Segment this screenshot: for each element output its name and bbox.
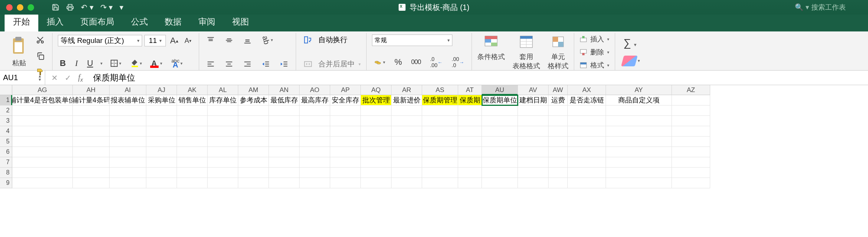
- cell-AM3[interactable]: [238, 116, 269, 126]
- cell-AY9[interactable]: [606, 178, 672, 188]
- row-header-8[interactable]: 8: [0, 168, 12, 178]
- cell-AX2[interactable]: [568, 105, 606, 116]
- cell-AO3[interactable]: [300, 116, 330, 126]
- font-size-dropdown[interactable]: 11▾: [144, 35, 166, 46]
- cell-AY2[interactable]: [606, 105, 672, 116]
- cell-AW6[interactable]: [549, 147, 568, 157]
- column-header-AO[interactable]: AO: [300, 85, 330, 95]
- cell-AK7[interactable]: [177, 157, 208, 168]
- cell-AU9[interactable]: [482, 178, 518, 188]
- cut-button[interactable]: [34, 35, 47, 45]
- cell-AT5[interactable]: [458, 137, 482, 147]
- cell-AR5[interactable]: [391, 137, 422, 147]
- cell-AV7[interactable]: [518, 157, 549, 168]
- cell-AO5[interactable]: [300, 137, 330, 147]
- cell-AU3[interactable]: [482, 116, 518, 126]
- cell-AI4[interactable]: [110, 126, 146, 137]
- cell-AM7[interactable]: [238, 157, 269, 168]
- cell-AS7[interactable]: [422, 157, 458, 168]
- cell-AI7[interactable]: [110, 157, 146, 168]
- cell-AV6[interactable]: [518, 147, 549, 157]
- formula-input[interactable]: [89, 73, 868, 83]
- cell-AH1[interactable]: 辅计量4条码: [73, 95, 110, 105]
- column-header-AW[interactable]: AW: [549, 85, 568, 95]
- cell-AR2[interactable]: [391, 105, 422, 116]
- column-header-AL[interactable]: AL: [208, 85, 238, 95]
- name-box-stepper[interactable]: ▲▼: [38, 74, 42, 81]
- cell-AO2[interactable]: [300, 105, 330, 116]
- column-header-AN[interactable]: AN: [269, 85, 300, 95]
- tab-页面布局[interactable]: 页面布局: [72, 13, 123, 31]
- cell-AN8[interactable]: [269, 168, 300, 178]
- cell-AW8[interactable]: [549, 168, 568, 178]
- cell-AZ2[interactable]: [672, 105, 710, 116]
- cell-AQ9[interactable]: [361, 178, 391, 188]
- cell-AX8[interactable]: [568, 168, 606, 178]
- cell-AK1[interactable]: 销售单位: [177, 95, 208, 105]
- cell-AR6[interactable]: [391, 147, 422, 157]
- font-color-button[interactable]: A▾: [149, 58, 164, 69]
- cell-AX1[interactable]: 是否走冻链: [568, 95, 606, 105]
- cell-AM8[interactable]: [238, 168, 269, 178]
- cell-AL3[interactable]: [208, 116, 238, 126]
- cell-AM4[interactable]: [238, 126, 269, 137]
- cell-AX9[interactable]: [568, 178, 606, 188]
- cell-AT4[interactable]: [458, 126, 482, 137]
- cell-AT9[interactable]: [458, 178, 482, 188]
- cell-AR8[interactable]: [391, 168, 422, 178]
- tab-插入[interactable]: 插入: [38, 13, 72, 31]
- column-header-AY[interactable]: AY: [606, 85, 672, 95]
- comma-style-button[interactable]: 000: [409, 57, 423, 67]
- orientation-button[interactable]: ab▾: [260, 35, 275, 46]
- cell-AN9[interactable]: [269, 178, 300, 188]
- cell-AP7[interactable]: [330, 157, 361, 168]
- cell-AJ8[interactable]: [146, 168, 177, 178]
- cell-AX7[interactable]: [568, 157, 606, 168]
- align-center-button[interactable]: [223, 59, 235, 69]
- cell-AQ1[interactable]: 批次管理: [361, 95, 391, 105]
- cell-AX5[interactable]: [568, 137, 606, 147]
- cell-AS4[interactable]: [422, 126, 458, 137]
- cell-AS5[interactable]: [422, 137, 458, 147]
- cell-AS8[interactable]: [422, 168, 458, 178]
- cell-AR1[interactable]: 最新进价: [391, 95, 422, 105]
- spreadsheet-grid[interactable]: AGAHAIAJAKALAMANAOAPAQARASATAUAVAWAXAYAZ…: [0, 85, 868, 188]
- cell-AP1[interactable]: 安全库存: [330, 95, 361, 105]
- print-icon[interactable]: [66, 3, 74, 11]
- cell-AG7[interactable]: [12, 157, 73, 168]
- row-header-4[interactable]: 4: [0, 126, 12, 137]
- cell-AH5[interactable]: [73, 137, 110, 147]
- cell-AO4[interactable]: [300, 126, 330, 137]
- cell-AU8[interactable]: [482, 168, 518, 178]
- cell-AU5[interactable]: [482, 137, 518, 147]
- column-header-AR[interactable]: AR: [391, 85, 422, 95]
- tab-数据[interactable]: 数据: [156, 13, 190, 31]
- cell-AK9[interactable]: [177, 178, 208, 188]
- cell-AP6[interactable]: [330, 147, 361, 157]
- cell-AJ5[interactable]: [146, 137, 177, 147]
- cell-AU7[interactable]: [482, 157, 518, 168]
- search-input[interactable]: [811, 3, 865, 12]
- cell-AV2[interactable]: [518, 105, 549, 116]
- cell-AV9[interactable]: [518, 178, 549, 188]
- fx-icon[interactable]: fx: [78, 73, 83, 83]
- tab-开始[interactable]: 开始: [5, 13, 38, 31]
- cell-AQ6[interactable]: [361, 147, 391, 157]
- tab-审阅[interactable]: 审阅: [190, 13, 224, 31]
- cell-AS9[interactable]: [422, 178, 458, 188]
- cell-AP3[interactable]: [330, 116, 361, 126]
- cell-AN2[interactable]: [269, 105, 300, 116]
- cell-AQ5[interactable]: [361, 137, 391, 147]
- cell-AG4[interactable]: [12, 126, 73, 137]
- cell-AH9[interactable]: [73, 178, 110, 188]
- cell-AN6[interactable]: [269, 147, 300, 157]
- cell-AL7[interactable]: [208, 157, 238, 168]
- cell-AI5[interactable]: [110, 137, 146, 147]
- increase-indent-button[interactable]: [278, 59, 290, 69]
- insert-cells-button[interactable]: 插入▾: [580, 35, 609, 44]
- cell-AO9[interactable]: [300, 178, 330, 188]
- cell-AG2[interactable]: [12, 105, 73, 116]
- cell-AM6[interactable]: [238, 147, 269, 157]
- column-header-AG[interactable]: AG: [12, 85, 73, 95]
- percent-button[interactable]: %: [393, 56, 404, 68]
